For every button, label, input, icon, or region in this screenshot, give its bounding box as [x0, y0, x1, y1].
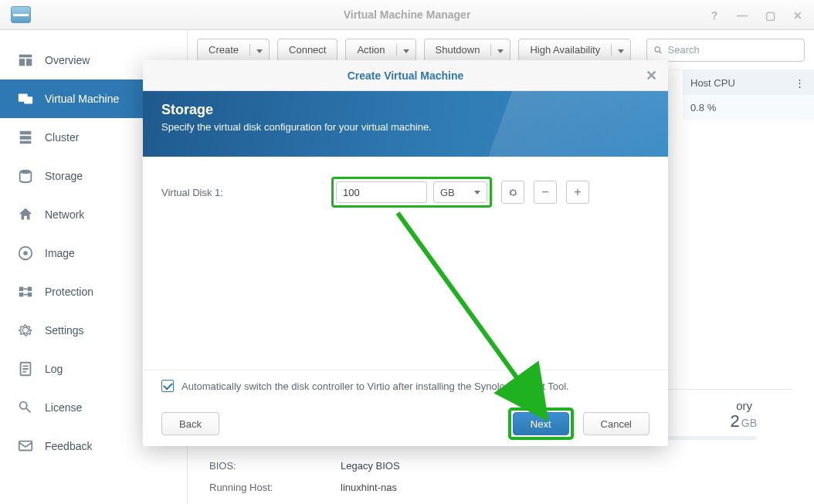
svg-rect-4	[24, 96, 32, 103]
svg-rect-12	[28, 287, 32, 292]
log-icon	[17, 360, 34, 377]
svg-rect-0	[19, 55, 32, 58]
next-button[interactable]: Next	[513, 412, 569, 435]
svg-rect-5	[20, 131, 32, 135]
sidebar-item-label: Virtual Machine	[45, 93, 119, 105]
add-disk-button[interactable]: +	[566, 181, 589, 204]
info-row-host: Running Host:linuxhint-nas	[209, 476, 792, 498]
close-icon[interactable]: ✕	[789, 9, 806, 22]
sidebar-item-label: Settings	[45, 324, 84, 337]
create-button[interactable]: Create	[197, 39, 270, 62]
search-input[interactable]	[668, 44, 798, 56]
memory-label: ory	[736, 399, 752, 412]
virtual-disk-label: Virtual Disk 1:	[161, 187, 331, 198]
remove-disk-button[interactable]: −	[534, 181, 557, 204]
sidebar-item-label: Log	[45, 363, 63, 375]
network-icon	[17, 206, 34, 223]
svg-point-18	[655, 46, 660, 51]
modal-step-subtitle: Specify the virtual disk configuration f…	[161, 121, 650, 133]
modal-actions: Back Next Cancel	[143, 401, 668, 446]
connect-button[interactable]: Connect	[277, 39, 337, 62]
image-icon	[17, 245, 34, 262]
settings-icon	[17, 322, 34, 339]
storage-icon	[17, 167, 34, 184]
host-cpu-label: Host CPU	[690, 77, 735, 89]
high-availability-button[interactable]: High Availability	[518, 39, 631, 62]
svg-point-16	[20, 402, 27, 409]
sidebar-item-label: Network	[45, 208, 84, 221]
window-titlebar: Virtual Machine Manager ? — ▢ ✕	[0, 0, 814, 30]
license-icon	[17, 399, 34, 416]
svg-rect-1	[19, 59, 25, 66]
svg-rect-11	[19, 287, 24, 292]
chevron-down-icon[interactable]	[396, 44, 415, 56]
sidebar-item-label: Cluster	[45, 131, 79, 144]
svg-rect-6	[20, 136, 32, 140]
back-button[interactable]: Back	[161, 412, 219, 435]
sidebar-item-label: Storage	[45, 170, 83, 182]
search-icon	[653, 45, 663, 56]
memory-value: 2GB	[731, 411, 757, 431]
gear-icon	[507, 187, 519, 198]
window-title: Virtual Machine Manager	[0, 8, 814, 21]
svg-point-10	[23, 251, 28, 255]
disk-size-input[interactable]	[336, 181, 427, 203]
svg-rect-17	[19, 441, 32, 451]
vm-icon	[17, 90, 34, 107]
feedback-icon	[17, 438, 34, 455]
sidebar-item-label: License	[45, 401, 82, 414]
host-cpu-value: 0.8 %	[683, 95, 814, 120]
svg-rect-14	[28, 293, 32, 297]
sidebar-item-label: Overview	[45, 54, 90, 66]
modal-title: Create Virtual Machine	[348, 69, 464, 82]
highlight-annotation: GB	[331, 177, 492, 208]
auto-switch-label: Automatically switch the disk controller…	[181, 381, 569, 392]
disk-settings-button[interactable]	[501, 181, 524, 204]
highlight-annotation: Next	[508, 408, 574, 440]
sidebar-item-label: Feedback	[45, 440, 92, 452]
svg-rect-2	[26, 59, 32, 66]
maximize-icon[interactable]: ▢	[761, 9, 778, 22]
disk-unit-select[interactable]: GB	[433, 181, 487, 203]
chevron-down-icon[interactable]	[490, 44, 510, 56]
sidebar-item-label: Image	[45, 247, 75, 259]
protection-icon	[17, 283, 34, 300]
cancel-button[interactable]: Cancel	[583, 412, 650, 435]
menu-dots-icon[interactable]: ⋮	[795, 77, 806, 89]
auto-switch-row: Automatically switch the disk controller…	[143, 370, 668, 401]
cluster-icon	[17, 129, 34, 146]
host-cpu-panel: Host CPU⋮ 0.8 %	[683, 70, 814, 120]
svg-rect-7	[20, 141, 32, 144]
svg-rect-13	[19, 293, 24, 297]
close-icon[interactable]: ✕	[646, 67, 657, 84]
create-vm-modal: Create Virtual Machine ✕ Storage Specify…	[143, 60, 668, 446]
chevron-down-icon[interactable]	[611, 44, 630, 56]
shutdown-button[interactable]: Shutdown	[424, 39, 511, 62]
modal-hero: Storage Specify the virtual disk configu…	[143, 91, 668, 157]
minimize-icon[interactable]: —	[734, 9, 751, 22]
sidebar-item-label: Protection	[45, 286, 93, 298]
action-button[interactable]: Action	[345, 39, 415, 62]
auto-switch-checkbox[interactable]	[161, 380, 174, 392]
virtual-disk-row: Virtual Disk 1: GB − +	[161, 177, 650, 208]
modal-step-title: Storage	[161, 102, 650, 118]
overview-icon	[17, 52, 34, 69]
help-icon[interactable]: ?	[706, 9, 723, 22]
chevron-down-icon[interactable]	[249, 44, 269, 56]
search-box[interactable]	[646, 39, 805, 62]
info-row-bios: BIOS:Legacy BIOS	[209, 455, 792, 476]
modal-titlebar: Create Virtual Machine ✕	[143, 60, 668, 91]
svg-point-8	[20, 170, 32, 174]
